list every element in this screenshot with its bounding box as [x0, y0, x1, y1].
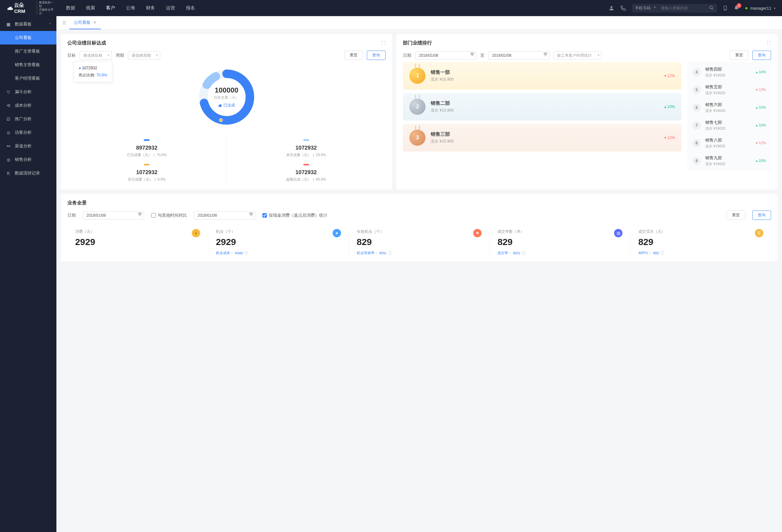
card-ranking: 部门业绩排行 ⛶ 日期 至 按工单客户经理统计 重置 查询 1销售一部流水 ¥1… — [396, 34, 778, 189]
search-group: 手机号码 — [632, 4, 717, 12]
rank-name: 销售一部 — [431, 69, 659, 75]
rank-card-3[interactable]: 3销售三部流水 ¥10,900▾ 12% — [403, 124, 681, 151]
mobile-icon[interactable] — [723, 5, 728, 11]
rank-sub: 流水 ¥19020 — [705, 126, 751, 131]
rank-number: 4 — [692, 68, 701, 76]
expand-icon[interactable]: ⛶ — [767, 41, 771, 45]
date-from-input[interactable] — [415, 51, 476, 60]
rank-row[interactable]: 6销售六部流水 ¥19020▴ 10% — [687, 99, 771, 116]
sidebar-item-推广分析[interactable]: ☑推广分析 — [0, 112, 57, 126]
sidebar-item-漏斗分析[interactable]: ▽漏斗分析 — [0, 85, 57, 99]
sidebar-item-访客分析[interactable]: ⊙访客分析 — [0, 126, 57, 139]
period-select[interactable]: 请选择周期 — [128, 51, 160, 60]
stat-label: 已完成量（元） | 70.9% — [127, 152, 167, 157]
stat-sub: 机会有效率：80% ? — [357, 251, 482, 255]
stat-label: 应完成量（元） | 8.9% — [128, 177, 166, 182]
rank-pct: ▴ 10% — [756, 158, 766, 163]
rank-pct: ▾ 12% — [756, 141, 766, 145]
target-select[interactable]: 请选择目标 — [80, 51, 112, 60]
stat-value: 829 — [497, 237, 623, 247]
sidebar-group-dashboard[interactable]: ▦ 数据看板 ˄ — [0, 17, 57, 31]
close-icon[interactable]: ✕ — [93, 20, 96, 25]
search-type-select[interactable]: 手机号码 — [632, 4, 657, 12]
query-button[interactable]: 查询 — [752, 211, 771, 220]
nav-item-线索[interactable]: 线索 — [86, 5, 95, 11]
query-button[interactable]: 查询 — [752, 50, 771, 60]
stat-title: 成交流水（元） — [638, 229, 665, 234]
rank-row[interactable]: 4销售四部流水 ¥19020▴ 10% — [687, 63, 771, 81]
help-icon[interactable]: ? — [244, 251, 248, 255]
compare-checkbox[interactable]: 与其他时间对比 — [151, 212, 187, 218]
medal-icon: 3 — [410, 130, 426, 146]
rank-sub: 流水 ¥19020 — [705, 91, 751, 96]
logo[interactable]: 云朵CRM 教育机构一站式服务云平台 — [6, 1, 57, 15]
rank-pct: ▴ 10% — [756, 123, 766, 127]
reset-button[interactable]: 重置 — [730, 50, 748, 60]
rank-number: 5 — [692, 86, 701, 94]
rank-card-1[interactable]: 1销售一部流水 ¥10,900▾ 12% — [403, 62, 681, 90]
sidebar-item-销售主管看板[interactable]: 销售主管看板 — [0, 58, 57, 72]
rank-sub: 流水 ¥19020 — [705, 162, 751, 166]
sidebar: ▦ 数据看板 ˄ 公司看板推广主管看板销售主管看板客户经理看板 ▽漏斗分析⟲成本… — [0, 16, 57, 532]
sidebar-item-成本分析[interactable]: ⟲成本分析 — [0, 99, 57, 112]
date-to-input[interactable] — [488, 51, 549, 60]
tab-menu-icon[interactable]: ☰ — [59, 20, 69, 25]
help-icon[interactable]: ? — [388, 251, 392, 255]
rank-pct: ▾ 12% — [664, 135, 675, 140]
stat-value: 1072932 — [136, 169, 157, 176]
rank-row[interactable]: 5销售五部流水 ¥19020▾ 12% — [687, 81, 771, 99]
stat-label: 超额完成（元） | 89.9% — [286, 177, 326, 182]
sidebar-item-推广主管看板[interactable]: 推广主管看板 — [0, 44, 57, 58]
rank-row[interactable]: 9销售九部流水 ¥19020▴ 10% — [687, 152, 771, 170]
chart-tooltip: ● 1072932 所占比例: 70.9% — [74, 61, 112, 82]
stat-title: 机会（个） — [216, 229, 235, 234]
sidebar-item-公司看板[interactable]: 公司看板 — [0, 31, 57, 44]
rank-number: 7 — [692, 121, 701, 130]
compare-date-input[interactable] — [194, 211, 255, 220]
nav-item-报名[interactable]: 报名 — [186, 5, 195, 11]
cash-checkbox[interactable]: 按现金消费（返点后消费）统计 — [262, 212, 327, 218]
notification-icon[interactable]: 5 — [734, 5, 740, 11]
groupby-select[interactable]: 按工单客户经理统计 — [554, 51, 602, 60]
rank-row[interactable]: 7销售七部流水 ¥19020▴ 10% — [687, 116, 771, 134]
filter-label: 目标 — [67, 52, 76, 58]
search-button[interactable] — [706, 4, 717, 12]
rank-name: 销售四部 — [705, 66, 751, 72]
rank-pct: ▾ 12% — [756, 88, 766, 92]
user-icon[interactable] — [609, 5, 614, 11]
phone-icon[interactable] — [620, 5, 626, 11]
medal-icon: 1 — [410, 68, 426, 84]
help-icon[interactable]: ? — [521, 251, 525, 255]
tab-company-board[interactable]: 公司看板 ✕ — [69, 16, 101, 29]
search-input[interactable] — [657, 4, 706, 12]
overview-date-input[interactable] — [83, 211, 144, 220]
filter-label: 日期 — [67, 212, 76, 218]
brand-name: 云朵CRM — [14, 2, 35, 14]
sidebar-item-数据流转记录[interactable]: ⎘数据流转记录 — [0, 166, 57, 180]
tab-bar: ☰ 公司看板 ✕ — [57, 16, 782, 30]
nav-item-公海[interactable]: 公海 — [126, 5, 135, 11]
goal-stat: 1072932超额完成（元） | 89.9% — [226, 159, 386, 184]
legend-bar — [303, 139, 309, 141]
user-menu[interactable]: manager11 ▾ — [745, 6, 776, 11]
expand-icon[interactable]: ⛶ — [381, 41, 386, 45]
nav-item-财务[interactable]: 财务 — [146, 5, 155, 11]
rank-pct: ▴ 10% — [756, 70, 766, 74]
sidebar-item-客户经理看板[interactable]: 客户经理看板 — [0, 72, 57, 85]
nav-item-数据[interactable]: 数据 — [66, 5, 75, 11]
sidebar-item-销售分析[interactable]: ◎销售分析 — [0, 153, 57, 166]
nav-item-运营[interactable]: 运营 — [166, 5, 175, 11]
nav-item-客户[interactable]: 客户 — [106, 5, 115, 11]
rank-pct: ▾ 12% — [664, 73, 675, 78]
sidebar-item-渠道分析[interactable]: ⚯渠道分析 — [0, 139, 57, 153]
stat-value: 829 — [357, 237, 482, 247]
goal-donut-chart: 100000 目标总量（元） 已达成 — [196, 66, 257, 128]
reset-button[interactable]: 重置 — [726, 211, 745, 220]
goal-stat: 8972932已完成量（元） | 70.9% — [67, 135, 226, 159]
rank-card-2[interactable]: 2销售二部流水 ¥10,900▴ 10% — [403, 93, 681, 120]
help-icon[interactable]: ? — [660, 251, 664, 255]
reset-button[interactable]: 重置 — [344, 50, 363, 60]
overview-stat: 成交流水（元）☰829ARPU：¥80 ? — [631, 229, 771, 255]
rank-row[interactable]: 8销售八部流水 ¥19020▾ 12% — [687, 134, 771, 152]
query-button[interactable]: 查询 — [367, 50, 386, 60]
